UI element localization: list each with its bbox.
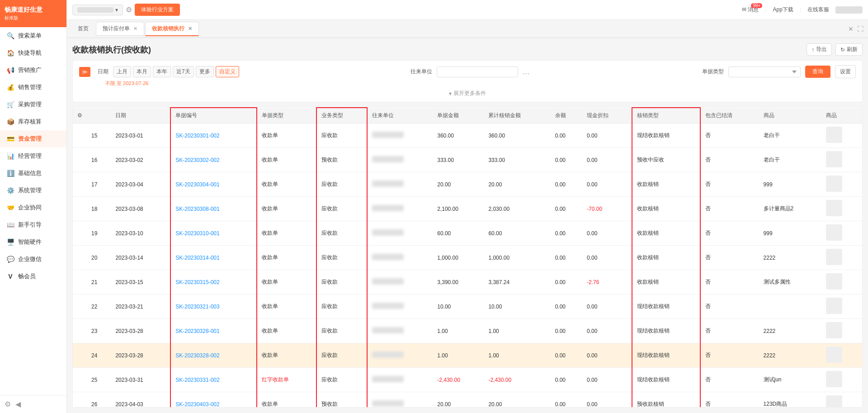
wechat-icon: 💬 xyxy=(6,256,14,263)
sidebar-item-member[interactable]: V 畅会员 xyxy=(0,268,66,285)
tab-home[interactable]: 首页 xyxy=(71,22,95,35)
sidebar-item-sales[interactable]: 💰 销售管理 xyxy=(0,79,66,96)
query-btn[interactable]: 查询 xyxy=(805,66,830,78)
th-cumulative: 累计核销金额 xyxy=(484,108,550,123)
order-no-link[interactable]: SK-20230310-001 xyxy=(175,230,219,237)
cell-seq: 22 xyxy=(87,294,111,319)
cell-balance: 0.00 xyxy=(551,172,582,197)
sidebar-item-purchase[interactable]: 🛒 采购管理 xyxy=(0,96,66,113)
page-content: 收款核销执行(按收款) ↑ 导出 ↻ 刷新 ≫ 日期 上月 本月 xyxy=(67,38,868,413)
settings-btn[interactable]: 设置 xyxy=(835,65,856,78)
table-row: 222023-03-21SK-20230321-003收款单应收款10.0010… xyxy=(73,294,862,319)
date-this-month-btn[interactable]: 本月 xyxy=(133,66,151,77)
sidebar-item-hardware[interactable]: 🖥️ 智能硬件 xyxy=(0,233,66,251)
th-cancel-type: 核销类型 xyxy=(632,108,700,123)
cell-order-no[interactable]: SK-20230314-001 xyxy=(170,246,257,270)
th-balance: 余额 xyxy=(551,108,582,123)
date-last-month-btn[interactable]: 上月 xyxy=(113,66,131,77)
cell-seq: 17 xyxy=(87,172,111,197)
order-no-link[interactable]: SK-20230321-003 xyxy=(175,304,219,310)
cell-order-no[interactable]: SK-20230321-003 xyxy=(170,294,257,319)
sidebar-item-basic[interactable]: ℹ️ 基础信息 xyxy=(0,165,66,182)
cell-partner xyxy=(367,343,433,368)
cell-order-no[interactable]: SK-20230403-002 xyxy=(170,392,257,408)
order-no-link[interactable]: SK-20230314-001 xyxy=(175,255,219,261)
th-settings[interactable]: ⚙ xyxy=(73,108,87,123)
online-service-btn[interactable]: 在线客服 xyxy=(807,6,829,14)
sidebar-item-marketing[interactable]: 📢 营销推广 xyxy=(0,62,66,79)
sidebar-item-system[interactable]: ⚙️ 系统管理 xyxy=(0,182,66,199)
receipt-type-select[interactable] xyxy=(728,66,801,77)
cell-biz-type: 应收款 xyxy=(316,270,367,294)
cell-order-no[interactable]: SK-20230302-002 xyxy=(170,148,257,172)
cell-order-no[interactable]: SK-20230331-002 xyxy=(170,368,257,392)
export-btn[interactable]: ↑ 导出 xyxy=(807,43,832,56)
sidebar-item-search[interactable]: 🔍 搜索菜单 xyxy=(0,27,66,44)
order-no-link[interactable]: SK-20230403-002 xyxy=(175,401,219,408)
order-no-link[interactable]: SK-20230328-002 xyxy=(175,352,219,359)
cell-settings xyxy=(73,368,87,392)
collapse-btn[interactable]: ◀ xyxy=(15,400,21,408)
cell-cancel-type: 收款核销 xyxy=(632,246,700,270)
cell-biz-type: 应收款 xyxy=(316,343,367,368)
th-order-no: 单据编号 xyxy=(170,108,257,123)
cell-partner xyxy=(367,221,433,246)
tab-pre-pay-close[interactable]: ✕ xyxy=(133,26,137,32)
date-group: 上月 本月 本年 近7天 更多 自定义 xyxy=(113,66,239,77)
date-this-year-btn[interactable]: 本年 xyxy=(153,66,171,77)
sidebar-item-finance[interactable]: 💳 资金管理 xyxy=(0,130,66,147)
app-name-selector[interactable]: ▾ xyxy=(72,5,123,15)
home-icon: 🏠 xyxy=(6,49,14,57)
cell-order-no[interactable]: SK-20230301-002 xyxy=(170,123,257,148)
order-no-link[interactable]: SK-20230304-001 xyxy=(175,181,219,188)
partner-input[interactable] xyxy=(437,66,518,77)
cell-date: 2023-03-02 xyxy=(111,148,170,172)
cell-order-no[interactable]: SK-20230308-001 xyxy=(170,197,257,221)
cell-order-type: 收款单 xyxy=(257,294,316,319)
date-7days-btn[interactable]: 近7天 xyxy=(173,66,194,77)
sidebar-item-label: 企业协同 xyxy=(18,204,42,212)
message-center[interactable]: ✉ 消息 99+ xyxy=(742,6,759,14)
sidebar-item-nav[interactable]: 🏠 快捷导航 xyxy=(0,44,66,62)
expand-more-btn[interactable]: ▾ 展开更多条件 xyxy=(449,90,486,97)
operation-icon: 📊 xyxy=(6,152,14,160)
refresh-btn[interactable]: ↻ 刷新 xyxy=(835,43,863,56)
order-no-link[interactable]: SK-20230302-002 xyxy=(175,157,219,163)
sidebar-item-wechat[interactable]: 💬 企业微信 xyxy=(0,251,66,268)
topbar-left: ▾ ⚙ 体验行业方案 xyxy=(72,4,738,16)
sidebar-item-inventory[interactable]: 📦 库存核算 xyxy=(0,113,66,130)
sidebar-item-operation[interactable]: 📊 经营管理 xyxy=(0,147,66,165)
tab-pre-pay[interactable]: 预计应付单 ✕ xyxy=(96,22,144,36)
sidebar-item-corp[interactable]: 🤝 企业协同 xyxy=(0,199,66,216)
cell-order-no[interactable]: SK-20230328-001 xyxy=(170,319,257,343)
cell-order-no[interactable]: SK-20230315-002 xyxy=(170,270,257,294)
order-no-link[interactable]: SK-20230301-002 xyxy=(175,133,219,139)
maximize-btn[interactable]: ⛶ xyxy=(857,25,863,33)
close-all-btn[interactable]: ✕ xyxy=(848,25,854,33)
cell-partner xyxy=(367,246,433,270)
app-download-btn[interactable]: App下载 xyxy=(773,6,793,14)
cell-order-no[interactable]: SK-20230304-001 xyxy=(170,172,257,197)
tab-collection[interactable]: 收款核销执行 ✕ xyxy=(145,22,199,36)
cell-include-settled: 否 xyxy=(700,294,759,319)
settings-bottom-btn[interactable]: ⚙ xyxy=(5,400,11,408)
filter-toggle-btn[interactable]: ≫ xyxy=(79,67,90,77)
order-no-link[interactable]: SK-20230331-002 xyxy=(175,377,219,383)
cell-seq: 18 xyxy=(87,197,111,221)
date-custom-btn[interactable]: 自定义 xyxy=(216,66,239,77)
th-include-settled: 包含已结清 xyxy=(700,108,759,123)
cell-partner xyxy=(367,294,433,319)
date-more-btn[interactable]: 更多 xyxy=(196,66,214,77)
table-row: 162023-03-02SK-20230302-002收款单预收款333.003… xyxy=(73,148,862,172)
cell-order-no[interactable]: SK-20230328-002 xyxy=(170,343,257,368)
cell-settings xyxy=(73,294,87,319)
gear-icon[interactable]: ⚙ xyxy=(126,5,132,14)
industry-btn[interactable]: 体验行业方案 xyxy=(135,4,180,16)
order-no-link[interactable]: SK-20230308-001 xyxy=(175,206,219,212)
order-no-link[interactable]: SK-20230315-002 xyxy=(175,279,219,285)
sidebar-item-guide[interactable]: 📖 新手引导 xyxy=(0,216,66,233)
cell-order-type: 红字收款单 xyxy=(257,368,316,392)
order-no-link[interactable]: SK-20230328-001 xyxy=(175,328,219,334)
cell-order-no[interactable]: SK-20230310-001 xyxy=(170,221,257,246)
tab-collection-close[interactable]: ✕ xyxy=(188,26,192,32)
